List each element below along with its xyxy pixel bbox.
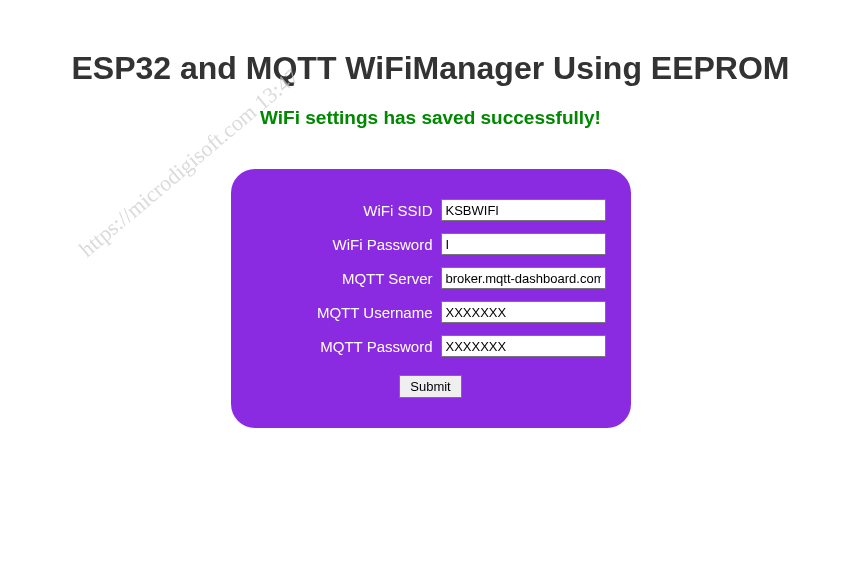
mqtt-server-label: MQTT Server xyxy=(342,270,441,287)
mqtt-server-input[interactable] xyxy=(441,267,606,289)
submit-row: Submit xyxy=(256,375,606,398)
mqtt-username-row: MQTT Username xyxy=(256,301,606,323)
wifi-ssid-row: WiFi SSID xyxy=(256,199,606,221)
mqtt-server-row: MQTT Server xyxy=(256,267,606,289)
mqtt-password-row: MQTT Password xyxy=(256,335,606,357)
wifi-ssid-label: WiFi SSID xyxy=(363,202,440,219)
mqtt-password-label: MQTT Password xyxy=(320,338,440,355)
settings-form-panel: WiFi SSID WiFi Password MQTT Server MQTT… xyxy=(231,169,631,428)
wifi-ssid-input[interactable] xyxy=(441,199,606,221)
wifi-password-label: WiFi Password xyxy=(332,236,440,253)
mqtt-password-input[interactable] xyxy=(441,335,606,357)
page-title: ESP32 and MQTT WiFiManager Using EEPROM xyxy=(0,50,861,87)
mqtt-username-input[interactable] xyxy=(441,301,606,323)
wifi-password-input[interactable] xyxy=(441,233,606,255)
wifi-password-row: WiFi Password xyxy=(256,233,606,255)
mqtt-username-label: MQTT Username xyxy=(317,304,441,321)
submit-button[interactable]: Submit xyxy=(399,375,461,398)
status-message: WiFi settings has saved successfully! xyxy=(0,107,861,129)
